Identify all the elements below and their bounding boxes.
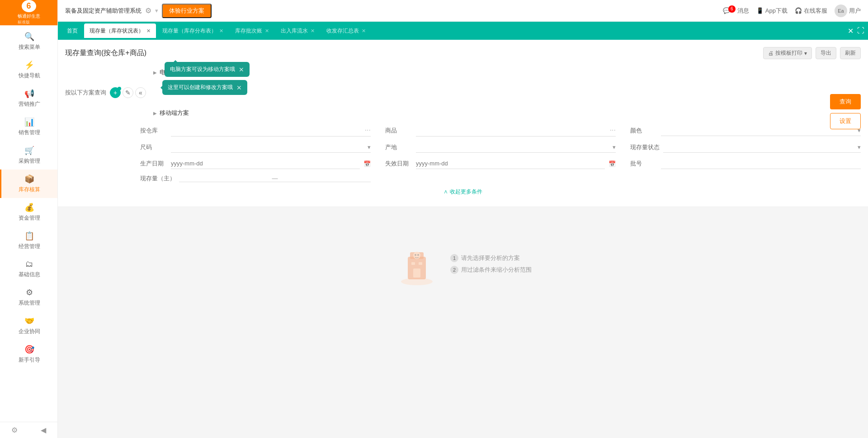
stock-main-range[interactable]: — [179,175,371,182]
purchase-icon: 🛒 [24,146,34,155]
tab-close-icon[interactable]: ✕ [311,28,315,34]
marketing-icon: 📢 [24,89,34,99]
back-scheme-btn[interactable]: « [135,87,146,98]
warehouse-label: 按仓库 [140,127,167,135]
sidebar-settings-btn[interactable]: ⚙ [11,426,18,434]
app-download-label: App下载 [765,7,788,15]
stock-status-select[interactable]: ▾ [663,142,861,153]
collapse-row[interactable]: ∧ 收起更多条件 [65,184,861,199]
expire-date-input[interactable] [416,158,605,169]
app-logo: 6 畅通好生意 标准版 [0,0,57,25]
tab-close-icon[interactable]: ✕ [362,28,366,34]
sidebar-item-finance[interactable]: 💰 资金管理 [0,198,57,226]
tooltip2-close-btn[interactable]: ✕ [236,84,242,91]
goods-field: 商品 ··· [385,124,616,137]
refresh-btn[interactable]: 刷新 [840,47,861,59]
trial-btn[interactable]: 体验行业方案 [162,4,212,18]
tab-batch-account[interactable]: 库存批次账 ✕ [230,24,274,38]
tab-expand-icon[interactable]: ⛶ [857,27,864,35]
filter-row1: 按仓库 ··· 商品 ··· [140,124,861,137]
expand-arrow-icon: ▶ [153,70,157,75]
edit-scheme-btn[interactable]: ✎ [123,87,133,98]
warehouse-dots[interactable]: ··· [365,126,371,134]
divider: ▾ [155,7,158,14]
sidebar-item-label: 资金管理 [19,214,40,222]
filter-grid-wrapper: 按仓库 ··· 商品 ··· [140,124,861,184]
filter-row4: 现存量（主） — [140,174,861,183]
expire-date-label: 失效日期 [385,160,412,168]
message-item[interactable]: 💬 6 消息 [723,7,749,15]
size-arrow-icon: ▾ [368,144,371,151]
tab-collapse-icon[interactable]: ✕ [848,27,854,35]
user-item[interactable]: Ea 用户 [835,5,861,17]
size-select[interactable]: ▾ [171,142,371,153]
page-content: 现存量查询(按仓库+商品) 🖨 按模板打印 ▾ 导出 刷新 按以下方案查询 + [58,40,868,438]
sidebar: 6 畅通好生意 标准版 🔍 搜索菜单 ⚡ 快捷导航 📢 营销推广 📊 销售管理 … [0,0,58,438]
tab-inout-flow[interactable]: 出入库流水 ✕ [275,24,320,38]
size-label: 尺码 [140,143,167,151]
sidebar-item-inventory[interactable]: 📦 库存核算 [0,170,57,198]
calendar-icon[interactable]: 📅 [363,160,371,167]
sidebar-item-operation[interactable]: 📋 经营管理 [0,226,57,255]
print-btn[interactable]: 🖨 按模板打印 ▾ [763,47,812,59]
tab-inventory-dist[interactable]: 现存量（库存分布表） ✕ [157,24,229,38]
tab-inventory-status[interactable]: 现存量（库存状况表） ✕ [84,24,156,38]
tab-close-icon[interactable]: ✕ [146,28,151,34]
goods-input[interactable]: ··· [416,124,616,137]
stock-range-from[interactable] [179,175,270,182]
filter-setting-btn[interactable]: 设置 [830,113,861,129]
phone-icon: 📱 [756,7,764,14]
batch-input[interactable] [661,158,861,169]
sidebar-item-marketing[interactable]: 📢 营销推广 [0,84,57,113]
page-title-row: 现存量查询(按仓库+商品) 🖨 按模板打印 ▾ 导出 刷新 [65,47,861,59]
sidebar-item-system[interactable]: ⚙ 系统管理 [0,283,57,311]
sidebar-item-guide[interactable]: 🎯 新手引导 [0,340,57,368]
sidebar-item-label: 库存核算 [19,186,40,193]
system-icon: ⚙ [26,287,33,297]
scheme-tooltip2: 这里可以创建和修改方案哦 ✕ [162,80,247,95]
sidebar-collapse-btn[interactable]: ◀ [41,426,46,434]
scheme-tree-spacer [65,124,133,184]
calendar2-icon[interactable]: 📅 [609,160,616,167]
settings-icon[interactable]: ⚙ [145,6,151,15]
tab-close-icon[interactable]: ✕ [265,28,269,34]
stock-status-field: 现存量状态 ▾ [630,142,861,153]
add-scheme-btn[interactable]: + [110,87,121,98]
size-field: 尺码 ▾ [140,142,371,153]
sidebar-item-quick[interactable]: ⚡ 快捷导航 [0,56,57,84]
produce-date-input[interactable] [171,158,360,169]
goods-dots[interactable]: ··· [610,126,616,134]
warehouse-field: 按仓库 ··· [140,124,371,137]
tab-home[interactable]: 首页 [61,24,83,38]
tooltip-close-btn[interactable]: ✕ [239,66,244,73]
finance-icon: 💰 [24,203,34,212]
sidebar-item-purchase[interactable]: 🛒 采购管理 [0,141,57,170]
tip-num1: 1 [450,254,458,262]
sidebar-item-enterprise[interactable]: 🤝 企业协同 [0,311,57,340]
search-btn[interactable]: 查询 [830,94,861,109]
expire-date-field: 失效日期 📅 [385,158,616,169]
expand-arrow2-icon: ▶ [153,111,157,116]
quick-icon: ⚡ [24,60,34,70]
svg-point-4 [415,254,416,256]
app-download-item[interactable]: 📱 App下载 [756,7,788,15]
page-title: 现存量查询(按仓库+商品) [65,48,146,58]
origin-label: 产地 [385,143,412,151]
scheme-mobile-item[interactable]: ▶ 移动端方案 [153,107,189,119]
user-label: 用户 [849,7,861,15]
origin-select[interactable]: ▾ [416,142,616,153]
warehouse-input[interactable]: ··· [171,124,371,137]
sidebar-item-label: 新手引导 [19,356,40,364]
guide-icon: 🎯 [24,344,34,354]
filter-actions: 🖨 按模板打印 ▾ 导出 刷新 [763,47,861,59]
tab-home-label: 首页 [67,27,78,35]
tab-close-icon[interactable]: ✕ [219,28,223,34]
stock-range-to[interactable] [280,175,371,182]
online-support-item[interactable]: 🎧 在线客服 [795,7,827,15]
sidebar-item-search[interactable]: 🔍 搜索菜单 [0,27,57,56]
export-btn[interactable]: 导出 [816,47,836,59]
sidebar-item-sales[interactable]: 📊 销售管理 [0,113,57,141]
sidebar-item-base[interactable]: 🗂 基础信息 [0,255,57,283]
tip-num2: 2 [450,266,458,274]
tab-recv-summary[interactable]: 收发存汇总表 ✕ [321,24,371,38]
